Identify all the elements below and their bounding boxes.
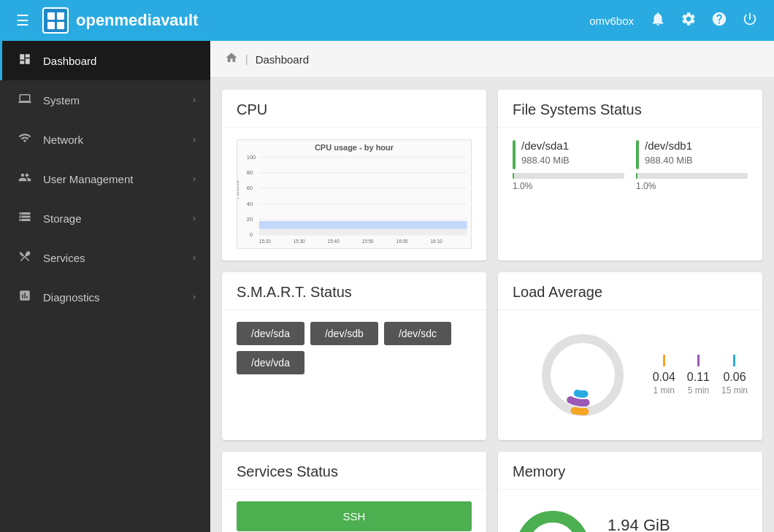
settings-button[interactable] bbox=[676, 7, 701, 35]
load-15min-value: 0.06 bbox=[723, 371, 746, 384]
system-chevron: › bbox=[193, 95, 196, 105]
load-card-title: Load Average bbox=[498, 272, 762, 310]
memory-info: 1.94 GiB Total 275.59 MiB 14% bbox=[608, 516, 748, 533]
dashboard-icon bbox=[17, 53, 33, 69]
sidebar-item-network[interactable]: Network › bbox=[0, 120, 210, 159]
topbar-right: omv6box bbox=[589, 7, 762, 35]
svg-point-25 bbox=[522, 517, 583, 532]
hamburger-button[interactable]: ☰ bbox=[12, 7, 34, 34]
network-icon bbox=[17, 131, 33, 147]
smart-btn-sda[interactable]: /dev/sda bbox=[237, 322, 304, 345]
user-management-icon bbox=[17, 171, 33, 187]
fs-bar-bg-sdb1 bbox=[636, 173, 748, 179]
fs-card: File Systems Status /dev/sda1 988.40 MiB bbox=[498, 90, 762, 261]
smart-card: S.M.A.R.T. Status /dev/sda /dev/sdb /dev… bbox=[222, 272, 486, 440]
load-average-card: Load Average bbox=[498, 272, 762, 440]
svg-rect-14 bbox=[259, 221, 467, 229]
fs-item-sda1: /dev/sda1 988.40 MiB 1.0% bbox=[513, 139, 624, 191]
help-button[interactable] bbox=[707, 7, 732, 35]
fs-card-body: /dev/sda1 988.40 MiB 1.0% bbox=[498, 128, 762, 215]
svg-text:Percent: Percent bbox=[237, 180, 240, 199]
cpu-chart: CPU usage - by hour 100 80 60 40 20 0 Pe… bbox=[237, 139, 472, 249]
power-button[interactable] bbox=[737, 7, 762, 35]
memory-card: Memory 1.94 GiB Total bbox=[498, 452, 762, 532]
diagnostics-icon bbox=[17, 289, 33, 305]
cpu-card-body: CPU usage - by hour 100 80 60 40 20 0 Pe… bbox=[222, 128, 486, 261]
logo-icon bbox=[42, 7, 69, 34]
smart-btn-sdc[interactable]: /dev/sdc bbox=[384, 322, 451, 345]
storage-chevron: › bbox=[193, 213, 196, 223]
system-icon bbox=[17, 92, 33, 108]
load-1min: 0.04 1 min bbox=[653, 355, 675, 396]
hostname: omv6box bbox=[589, 15, 634, 27]
svg-text:0: 0 bbox=[250, 231, 253, 238]
ssh-service-button[interactable]: SSH bbox=[237, 501, 472, 531]
memory-card-title: Memory bbox=[498, 452, 762, 490]
sidebar-users-label: User Management bbox=[43, 173, 183, 185]
svg-text:15:40: 15:40 bbox=[328, 239, 340, 244]
load-15min-label: 15 min bbox=[721, 385, 748, 396]
sidebar-item-diagnostics[interactable]: Diagnostics › bbox=[0, 277, 210, 317]
load-5min-label: 5 min bbox=[688, 385, 709, 396]
svg-text:15:30: 15:30 bbox=[294, 239, 305, 244]
svg-text:16:00: 16:00 bbox=[396, 239, 408, 244]
app-logo: openmediavault bbox=[42, 7, 198, 34]
fs-percent-sdb1: 1.0% bbox=[636, 181, 748, 191]
svg-text:60: 60 bbox=[247, 185, 253, 191]
sidebar-diagnostics-label: Diagnostics bbox=[43, 291, 183, 304]
breadcrumb-current: Dashboard bbox=[256, 53, 309, 66]
load-1min-value: 0.04 bbox=[653, 371, 675, 384]
svg-text:16:10: 16:10 bbox=[431, 239, 442, 244]
cpu-card-title: CPU bbox=[222, 90, 486, 128]
home-icon[interactable] bbox=[225, 51, 238, 67]
sidebar-system-label: System bbox=[43, 94, 183, 107]
services-icon bbox=[17, 250, 33, 266]
network-chevron: › bbox=[193, 134, 196, 144]
sidebar-item-system[interactable]: System › bbox=[0, 80, 210, 120]
fs-name-sda1: /dev/sda1 bbox=[521, 139, 570, 152]
fs-name-sdb1: /dev/sdb1 bbox=[645, 139, 693, 152]
smart-card-title: S.M.A.R.T. Status bbox=[222, 272, 486, 310]
fs-bar-fill-sda1 bbox=[513, 173, 514, 179]
services-status-title: Services Status bbox=[222, 452, 486, 490]
sidebar-item-user-management[interactable]: User Management › bbox=[0, 159, 210, 198]
svg-text:40: 40 bbox=[247, 201, 253, 207]
smart-btn-vda[interactable]: /dev/vda bbox=[237, 351, 304, 374]
load-5min: 0.11 5 min bbox=[687, 355, 710, 396]
dashboard-grid: CPU CPU usage - by hour 100 80 60 40 20 … bbox=[210, 78, 774, 532]
topbar: ☰ openmediavault omv6box bbox=[0, 0, 774, 41]
services-status-card: Services Status SSH bbox=[222, 452, 486, 532]
fs-items-row: /dev/sda1 988.40 MiB 1.0% bbox=[513, 139, 748, 203]
notifications-button[interactable] bbox=[645, 7, 670, 35]
load-card-body: 0.04 1 min 0.11 5 min 0.06 bbox=[498, 310, 762, 440]
cpu-card: CPU CPU usage - by hour 100 80 60 40 20 … bbox=[222, 90, 486, 261]
smart-btn-sdb[interactable]: /dev/sdb bbox=[310, 322, 378, 345]
fs-size-sda1: 988.40 MiB bbox=[521, 155, 570, 166]
sidebar-item-storage[interactable]: Storage › bbox=[0, 198, 210, 238]
load-1min-label: 1 min bbox=[654, 385, 675, 396]
content-area: | Dashboard CPU CPU usage - by hour 100 … bbox=[210, 41, 774, 532]
main-layout: Dashboard System › Network › User Manage… bbox=[0, 41, 774, 532]
services-status-body: SSH bbox=[222, 490, 486, 532]
breadcrumb: | Dashboard bbox=[210, 41, 774, 78]
smart-device-buttons: /dev/sda /dev/sdb /dev/sdc /dev/vda bbox=[237, 322, 472, 374]
svg-rect-13 bbox=[259, 229, 467, 236]
sidebar-dashboard-label: Dashboard bbox=[43, 55, 196, 67]
memory-total-value: 1.94 GiB bbox=[608, 516, 748, 533]
svg-text:20: 20 bbox=[247, 216, 253, 223]
fs-item-sdb1: /dev/sdb1 988.40 MiB 1.0% bbox=[636, 139, 748, 191]
sidebar: Dashboard System › Network › User Manage… bbox=[0, 41, 210, 532]
sidebar-item-services[interactable]: Services › bbox=[0, 238, 210, 277]
sidebar-item-dashboard[interactable]: Dashboard bbox=[0, 41, 210, 80]
load-gauge-svg bbox=[513, 328, 653, 423]
memory-container: 1.94 GiB Total 275.59 MiB 14% bbox=[513, 501, 748, 532]
memory-card-body: 1.94 GiB Total 275.59 MiB 14% bbox=[498, 490, 762, 532]
fs-size-sdb1: 988.40 MiB bbox=[645, 155, 693, 166]
load-15min-line bbox=[733, 355, 735, 366]
fs-bar-bg-sda1 bbox=[513, 173, 624, 179]
memory-donut-chart bbox=[513, 507, 593, 532]
fs-card-title: File Systems Status bbox=[498, 90, 762, 128]
load-5min-value: 0.11 bbox=[687, 371, 710, 384]
sidebar-services-label: Services bbox=[43, 252, 183, 264]
svg-text:80: 80 bbox=[247, 169, 253, 176]
